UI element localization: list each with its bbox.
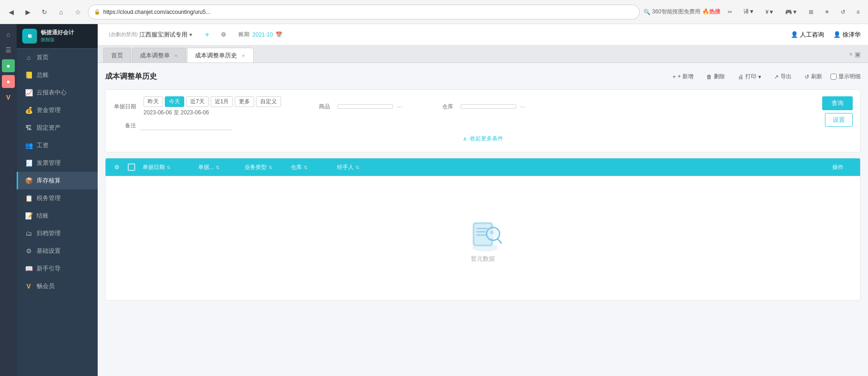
date-month[interactable]: 近1月 (211, 96, 233, 107)
product-input[interactable] (337, 104, 393, 109)
date-custom[interactable]: 自定义 (256, 96, 281, 107)
export-btn[interactable]: ↗ 导出 (769, 70, 796, 83)
show-details-label[interactable]: 显示明细 (831, 73, 861, 81)
th-checkbox[interactable] (124, 163, 139, 171)
notes-row: 备注 (113, 121, 814, 130)
iconbar-v[interactable]: V (2, 91, 15, 104)
scissors-btn[interactable]: ✂ (724, 7, 736, 17)
page-content: 成本调整单历史 + + 新增 🗑 删除 🖨 打印 ▾ (98, 63, 868, 376)
forward-button[interactable]: ▶ (21, 6, 34, 19)
refresh-btn[interactable]: ↺ 刷新 (800, 70, 827, 83)
sidebar-item-close[interactable]: 📝 结账 (17, 207, 98, 225)
svg-line-8 (498, 239, 501, 243)
date-today[interactable]: 今天 (165, 96, 184, 107)
date-range-display: 2023-06-06 至 2023-06-06 (144, 109, 281, 117)
refresh-label: 刷新 (811, 73, 822, 81)
wallet-btn[interactable]: ¥▼ (762, 7, 778, 17)
sidebar-item-archive[interactable]: 🗂 归档管理 (17, 225, 98, 242)
warehouse-input[interactable] (461, 104, 516, 109)
sidebar: 畅 畅捷通好会计 旗舰版 ⌂ 首页 📒 总账 📈 云报表中心 💰 资金管理 🏗 … (17, 24, 98, 376)
sidebar-item-tax[interactable]: 📋 税务管理 (17, 189, 98, 207)
sun-btn[interactable]: ☀ (821, 7, 833, 17)
back-button[interactable]: ◀ (5, 6, 18, 19)
translate-btn[interactable]: 译▼ (740, 6, 758, 18)
date-more[interactable]: 更多 (235, 96, 254, 107)
sidebar-item-salary[interactable]: 👥 工资 (17, 137, 98, 154)
sidebar-item-reports[interactable]: 📈 云报表中心 (17, 84, 98, 101)
iconbar-menu[interactable]: ☰ (2, 44, 15, 56)
query-btn[interactable]: 查询 (822, 96, 853, 110)
add-company-btn[interactable]: + (201, 29, 212, 40)
undo-btn[interactable]: ↺ (837, 7, 849, 17)
warehouse-more-dots[interactable]: ··· (518, 103, 527, 110)
star-button[interactable]: ☆ (71, 6, 84, 19)
company-selector[interactable]: (勿删勿禁用) 江西服宝测试专用 ▾ (105, 29, 196, 41)
filter-setting-btn[interactable]: 设置 (825, 113, 853, 127)
address-bar[interactable]: 🔒 https://cloud.chanjet.com/accounting/u… (88, 5, 640, 19)
company-settings-btn[interactable]: ⚙ (218, 29, 229, 40)
tab-cost-adjust-close[interactable]: × (174, 52, 178, 59)
sidebar-brand-sub: 旗舰版 (41, 37, 74, 43)
filter-date-row: 单据日期 昨天 今天 近7天 近1月 更多 自定义 2 (113, 96, 814, 117)
show-details-checkbox[interactable] (831, 74, 837, 80)
tab-cost-adjust-history-close[interactable]: × (241, 52, 245, 59)
delete-btn[interactable]: 🗑 删除 (702, 70, 730, 83)
sidebar-label-close: 结账 (37, 212, 49, 220)
sidebar-label-member: 畅会员 (37, 282, 55, 290)
tab-cost-adjust-history[interactable]: 成本调整单历史 × (187, 48, 253, 63)
ledger-icon: 📒 (25, 71, 33, 79)
sidebar-item-finance[interactable]: 💰 资金管理 (17, 101, 98, 119)
top-bar: (勿删勿禁用) 江西服宝测试专用 ▾ + ⚙ 账期 2021-10 📅 👤 人工… (98, 24, 868, 45)
game-btn[interactable]: 🎮▼ (781, 7, 801, 17)
sidebar-item-home[interactable]: ⌂ 首页 (17, 49, 98, 66)
calendar-icon[interactable]: 📅 (275, 31, 282, 38)
salary-icon: 👥 (25, 142, 33, 149)
tab-panel-more-icon[interactable]: ▣ (855, 50, 861, 58)
tab-cost-adjust-label: 成本调整单 (140, 51, 170, 60)
new-btn[interactable]: + + 新增 (668, 70, 698, 83)
th-warehouse[interactable]: 仓库 ⇅ (287, 163, 333, 171)
table-settings-icon[interactable]: ⚙ (113, 162, 120, 173)
sidebar-item-assets[interactable]: 🏗 固定资产 (17, 119, 98, 137)
filter-card: 单据日期 昨天 今天 近7天 近1月 更多 自定义 2 (105, 89, 861, 152)
date-week[interactable]: 近7天 (186, 96, 209, 107)
collapse-btn[interactable]: ∧ 收起更多条件 (113, 132, 853, 145)
th-operator[interactable]: 经手人 ⇅ (333, 163, 389, 171)
search-icon: 🔍 (643, 9, 650, 15)
product-more-dots[interactable]: ··· (395, 103, 404, 110)
guide-icon: 📖 (25, 265, 33, 272)
iconbar-red[interactable]: ● (2, 75, 15, 88)
select-all-checkbox[interactable] (128, 163, 135, 171)
menu-btn[interactable]: ≡ (853, 7, 863, 17)
date-yesterday[interactable]: 昨天 (144, 96, 163, 107)
tab-cost-adjust[interactable]: 成本调整单 × (132, 48, 186, 63)
sidebar-label-salary: 工资 (37, 141, 49, 150)
iconbar-active[interactable]: ● (2, 59, 15, 72)
sidebar-item-guide[interactable]: 📖 新手引导 (17, 260, 98, 277)
user-info[interactable]: 👤 徐泽华 (833, 31, 861, 39)
print-btn[interactable]: 🖨 打印 ▾ (733, 70, 766, 83)
sidebar-label-reports: 云报表中心 (37, 88, 67, 97)
tab-panel-close-icon[interactable]: × (849, 50, 853, 58)
home-button[interactable]: ⌂ (55, 6, 68, 19)
service-btn[interactable]: 👤 人工咨询 (787, 29, 828, 41)
th-date[interactable]: 单据日期 ⇅ (139, 163, 194, 171)
sidebar-item-ledger[interactable]: 📒 总账 (17, 66, 98, 84)
sidebar-item-inventory[interactable]: 📦 库存核算 (17, 172, 98, 189)
sidebar-item-member[interactable]: V 畅会员 (17, 277, 98, 295)
browser-bar: ◀ ▶ ↻ ⌂ ☆ 🔒 https://cloud.chanjet.com/ac… (0, 0, 868, 24)
url-text: https://cloud.chanjet.com/accounting/uru… (103, 9, 210, 15)
notes-input[interactable] (140, 121, 232, 130)
iconbar-home[interactable]: ⌂ (2, 28, 15, 41)
th-num[interactable]: 单据... ⇅ (194, 163, 241, 171)
th-settings[interactable]: ⚙ (109, 162, 124, 173)
apps-btn[interactable]: ⊞ (805, 7, 817, 17)
refresh-button[interactable]: ↻ (38, 6, 51, 19)
tab-home[interactable]: 首页 (103, 48, 131, 63)
svg-rect-5 (476, 234, 487, 236)
sidebar-item-invoice[interactable]: 🧾 发票管理 (17, 154, 98, 172)
th-type[interactable]: 业务类型 ⇅ (241, 163, 287, 171)
collapse-label: 收起更多条件 (470, 135, 503, 143)
user-name: 徐泽华 (843, 31, 861, 39)
sidebar-item-settings[interactable]: ⚙ 基础设置 (17, 242, 98, 260)
